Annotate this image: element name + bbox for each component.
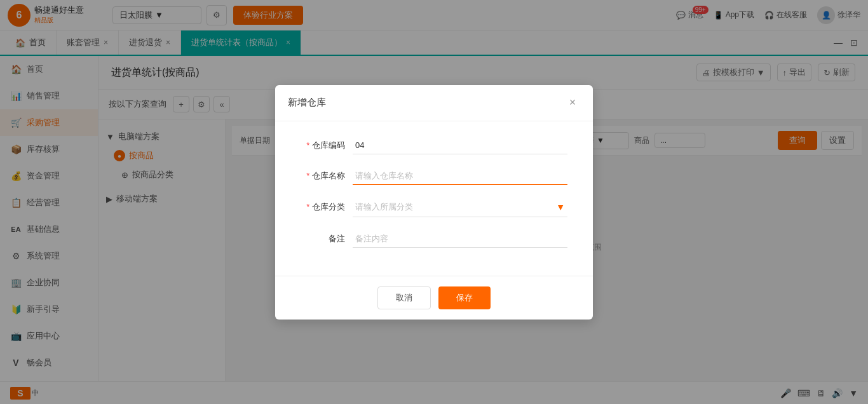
dialog-title: 新增仓库 — [288, 97, 326, 109]
note-input[interactable] — [353, 230, 567, 248]
category-arrow-icon: ▼ — [556, 202, 565, 212]
note-label: 备注 — [301, 233, 345, 245]
name-input[interactable] — [353, 167, 567, 185]
dialog-header: 新增仓库 × — [275, 85, 593, 121]
form-row-category: 仓库分类 请输入所属分类 ▼ — [301, 198, 567, 217]
cancel-button[interactable]: 取消 — [377, 286, 431, 309]
category-label: 仓库分类 — [301, 201, 345, 213]
form-row-code: 仓库编码 — [301, 137, 567, 154]
name-label: 仓库名称 — [301, 170, 345, 182]
category-select[interactable]: 请输入所属分类 ▼ — [353, 198, 567, 217]
form-row-name: 仓库名称 — [301, 167, 567, 185]
save-button[interactable]: 保存 — [438, 286, 491, 309]
dialog-body: 仓库编码 仓库名称 仓库分类 请输入所属分类 ▼ 备注 — [275, 121, 593, 276]
code-input[interactable] — [353, 137, 567, 154]
dialog-close-button[interactable]: × — [565, 95, 580, 111]
dialog-new-warehouse: 新增仓库 × 仓库编码 仓库名称 仓库分类 请输入所属分类 ▼ — [275, 85, 593, 320]
code-label: 仓库编码 — [301, 140, 345, 151]
category-placeholder: 请输入所属分类 — [355, 201, 413, 213]
dialog-footer: 取消 保存 — [275, 276, 593, 320]
overlay[interactable]: 新增仓库 × 仓库编码 仓库名称 仓库分类 请输入所属分类 ▼ — [0, 0, 868, 404]
form-row-note: 备注 — [301, 230, 567, 248]
